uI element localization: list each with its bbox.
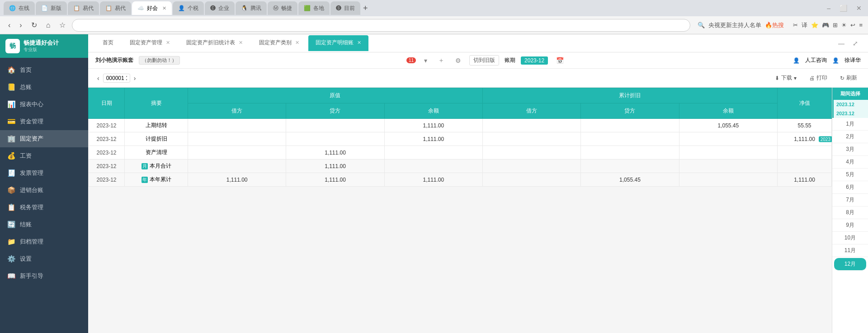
page-number-input[interactable] <box>103 74 130 83</box>
settings-gear-button[interactable]: ⚙ <box>453 56 464 65</box>
period-item-8[interactable]: 8月 <box>832 206 868 219</box>
sidebar-item-home[interactable]: 🏠 首页 <box>0 61 88 79</box>
browser-tab-yidai1[interactable]: 📋 易代 <box>68 1 99 15</box>
cell-net-value: 55.55 <box>778 119 832 132</box>
cell-acc-balance <box>679 173 777 187</box>
download-arrow-icon: ▾ <box>794 75 797 81</box>
period-item-3[interactable]: 3月 <box>832 143 868 156</box>
browser-tab-gedi[interactable]: 🟩 各地 <box>298 1 330 15</box>
sidebar-item-payroll[interactable]: 💰 工资 <box>0 147 88 164</box>
maximize-panel-button[interactable]: ⤢ <box>850 39 861 48</box>
sidebar-item-funds[interactable]: 💳 资金管理 <box>0 113 88 130</box>
address-bar-input[interactable]: https://cloud.chanjet.com/accounting/uw1… <box>72 19 690 32</box>
period-item-7[interactable]: 7月 <box>832 194 868 206</box>
period-item-2[interactable]: 2月 <box>832 131 868 143</box>
cell-orig-credit: 1,111.00 <box>286 146 384 159</box>
sidebar-item-tax[interactable]: 📋 税务管理 <box>0 199 88 216</box>
maximize-button[interactable]: ⬜ <box>837 4 850 13</box>
browser-tab-changjie[interactable]: Ⓜ 畅捷 <box>268 1 297 15</box>
browser-tab-muqian[interactable]: 🅢 目前 <box>330 1 360 15</box>
prev-page-button[interactable]: ‹ <box>95 74 101 83</box>
minimize-button[interactable]: – <box>824 4 833 13</box>
close-tab-fixed-assets-mgmt[interactable]: ✕ <box>166 40 170 46</box>
sidebar-item-closing-label: 结账 <box>20 220 32 229</box>
table-row: 2023-12 计提折旧 1,111.00 1,111.00 2023 <box>89 132 832 146</box>
sidebar-item-general-ledger[interactable]: 📒 总账 <box>0 79 88 96</box>
tab-close-haohui[interactable]: ✕ <box>162 5 166 11</box>
tab-favicon: 🐧 <box>241 5 248 11</box>
th-orig-debit: 借方 <box>188 103 286 119</box>
dropdown-button[interactable]: ▾ <box>421 56 430 65</box>
sidebar-item-invoice[interactable]: 🧾 发票管理 <box>0 164 88 182</box>
period-selected-end: 2023.12 <box>832 109 868 118</box>
sidebar-item-fixed-assets[interactable]: 🏢 固定资产 <box>0 130 88 147</box>
switch-old-version-button[interactable]: 切到旧版 <box>469 55 499 66</box>
content-area: 日期 摘要 原值 累计折旧 净值 借方 贷方 余额 借方 贷方 余额 <box>88 88 868 333</box>
app-name: 畅捷通好会计 <box>24 39 59 47</box>
cell-date: 2023-12 <box>89 119 125 132</box>
browser-tab-tencent[interactable]: 🐧 腾讯 <box>236 1 267 15</box>
app-topbar: 首页 固定资产管理 ✕ 固定资产折旧统计表 ✕ 固定资产类别 ✕ 固定资产明细账… <box>88 34 868 52</box>
browser-tab-geshui[interactable]: 👤 个税 <box>173 1 204 15</box>
help-label: 人工咨询 <box>805 56 827 64</box>
cell-acc-balance: 1,055.45 <box>679 119 777 132</box>
browser-tab-xinban[interactable]: 📄 新版 <box>36 1 67 15</box>
home-button[interactable]: ⌂ <box>43 20 53 30</box>
scissors-icon: ✂ <box>793 22 798 28</box>
back-button[interactable]: ‹ <box>5 20 13 30</box>
period-item-9[interactable]: 9月 <box>832 219 868 232</box>
close-window-button[interactable]: ✕ <box>854 4 864 13</box>
sidebar-item-reports[interactable]: 📊 报表中心 <box>0 96 88 113</box>
sidebar-item-settings[interactable]: ⚙️ 设置 <box>0 250 88 267</box>
toolbar-extras: 🔍 央视更新主持人名单 🔥热搜 ✂ 译 ⭐ 🎮 ⊞ ☀ ↩ ≡ <box>698 21 863 29</box>
forward-button[interactable]: › <box>17 20 24 30</box>
annual-total-icon: 年 <box>142 177 148 183</box>
tab-favicon: 👤 <box>178 5 185 11</box>
period-item-4[interactable]: 4月 <box>832 156 868 169</box>
calendar-button[interactable]: 📅 <box>553 56 566 65</box>
reload-button[interactable]: ↻ <box>28 20 40 30</box>
bookmark-button[interactable]: ☆ <box>57 20 68 30</box>
year-badge: 2023 <box>819 136 832 142</box>
period-item-12[interactable]: 12月 <box>834 258 866 271</box>
browser-tab-zaixin[interactable]: 🌐 在线 <box>4 1 35 15</box>
new-tab-button[interactable]: + <box>361 4 370 13</box>
close-tab-asset-detail-ledger[interactable]: ✕ <box>357 40 361 46</box>
table-area: 日期 摘要 原值 累计折旧 净值 借方 贷方 余额 借方 贷方 余额 <box>88 88 832 333</box>
browser-tab-qiye[interactable]: 🅒 企业 <box>205 1 235 15</box>
sidebar-item-purchase-sales[interactable]: 📦 进销台账 <box>0 182 88 199</box>
menu-icon: ≡ <box>859 22 863 28</box>
sidebar-item-archive[interactable]: 📁 归档管理 <box>0 233 88 250</box>
app-tab-asset-category[interactable]: 固定资产类别 ✕ <box>252 35 307 51</box>
tab-favicon: Ⓜ <box>273 5 278 12</box>
period-item-5[interactable]: 5月 <box>832 169 868 181</box>
minimize-panel-button[interactable]: — <box>835 39 847 48</box>
close-tab-asset-category[interactable]: ✕ <box>295 40 299 46</box>
sidebar-item-guide[interactable]: 📖 新手引导 <box>0 267 88 285</box>
app-tab-depreciation-stats[interactable]: 固定资产折旧统计表 ✕ <box>179 35 250 51</box>
sidebar-item-archive-label: 归档管理 <box>20 238 43 246</box>
next-page-button[interactable]: › <box>132 74 138 83</box>
period-item-6[interactable]: 6月 <box>832 181 868 194</box>
tab-favicon: 🌐 <box>9 5 16 11</box>
app-tab-asset-detail-ledger[interactable]: 固定资产明细账 ✕ <box>308 35 368 51</box>
cell-acc-debit <box>482 146 580 159</box>
period-item-1[interactable]: 1月 <box>832 118 868 131</box>
refresh-button[interactable]: ↻ 刷新 <box>836 72 861 84</box>
account-count-badge: 11 <box>406 57 416 63</box>
close-tab-depreciation-stats[interactable]: ✕ <box>239 40 243 46</box>
sidebar-item-fixed-assets-label: 固定资产 <box>20 135 43 143</box>
add-account-button[interactable]: ＋ <box>435 56 447 66</box>
period-item-10[interactable]: 10月 <box>832 232 868 244</box>
app-tab-home[interactable]: 首页 <box>95 35 121 51</box>
print-button[interactable]: 🖨 打印 <box>806 72 831 84</box>
table-row-annual-total: 2023-12 年本年累计 1,111.00 1,111.00 1,111.00… <box>89 173 832 187</box>
sidebar-item-closing[interactable]: 🔄 结账 <box>0 216 88 233</box>
grid-icon: ⊞ <box>833 22 838 28</box>
app-tab-fixed-assets-mgmt[interactable]: 固定资产管理 ✕ <box>123 35 177 51</box>
download-button[interactable]: ⬇ 下载 ▾ <box>771 72 800 84</box>
browser-tab-haohui[interactable]: ☁️ 好会 ✕ <box>132 1 172 15</box>
period-item-11[interactable]: 11月 <box>832 244 868 257</box>
user-avatar: 👤 <box>832 57 839 64</box>
browser-tab-yidai2[interactable]: 📋 易代 <box>100 1 131 15</box>
